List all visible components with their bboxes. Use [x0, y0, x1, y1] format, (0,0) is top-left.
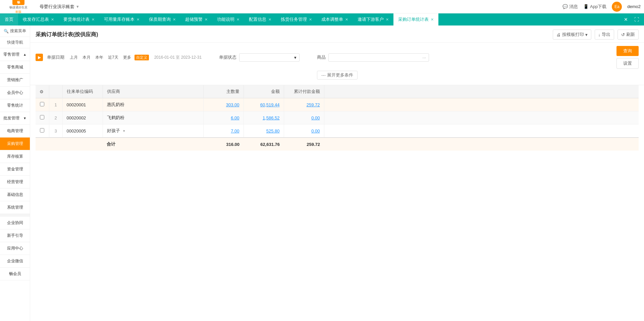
row2-paid[interactable]: 0.00 — [284, 111, 324, 124]
table-row: 1 00020001 惠氏奶粉 303.00 60,519.44 259.72 — [36, 98, 639, 111]
col-qty-header: 主数量 — [203, 85, 244, 98]
sidebar-item-retail-stats[interactable]: 零售统计 — [0, 99, 30, 112]
shortcut-this-year[interactable]: 本年 — [94, 54, 105, 61]
expand-conditions-btn[interactable]: ⋯ 展开更多条件 — [317, 71, 358, 79]
sidebar-item-marketing[interactable]: 营销推广 — [0, 74, 30, 87]
tab-cost[interactable]: 成本调整单 ✕ — [317, 13, 353, 25]
shortcut-this-month[interactable]: 本月 — [81, 54, 92, 61]
status-filter-group: 单据状态 ▾ — [219, 53, 300, 62]
sidebar-item-retail-mgmt[interactable]: 零售管理 ▲ — [0, 48, 30, 61]
sidebar-item-finance[interactable]: 资金管理 — [0, 163, 30, 176]
tab-picking[interactable]: 拣货任务管理 ✕ — [276, 13, 317, 25]
footer-check — [36, 138, 49, 151]
close-requisition-icon[interactable]: ✕ — [92, 17, 95, 22]
refresh-button[interactable]: ↺ 刷新 — [618, 30, 639, 40]
close-manual-icon[interactable]: ✕ — [236, 17, 239, 22]
shortcut-more[interactable]: 更多 — [122, 54, 132, 61]
app-download-btn[interactable]: 📱 App下载 — [583, 4, 606, 10]
sidebar-item-enterprise-wx[interactable]: 企业微信 — [0, 255, 30, 268]
tab-config[interactable]: 配置信息 ✕ — [244, 13, 276, 25]
close-invite-icon[interactable]: ✕ — [386, 17, 389, 22]
main-layout: 🔍 搜索英单 快捷导航 零售管理 ▲ 零售商城 营销推广 会员中心 零售统计 批… — [0, 25, 644, 321]
top-bar: 畅 畅捷通好生意 标版 母婴行业演示账套 ▾ 💬 消息 📱 App下载 Ea d… — [0, 0, 644, 13]
row1-check[interactable] — [36, 98, 49, 111]
tab-purchase-stat[interactable]: 采购订单统计表 ✕ — [393, 13, 438, 25]
goods-input[interactable]: ··· — [328, 53, 429, 62]
goods-filter-group: 商品 ··· — [317, 53, 429, 62]
goods-more-icon[interactable]: ··· — [422, 55, 426, 60]
row3-amount[interactable]: 525.80 — [244, 124, 284, 138]
close-config-icon[interactable]: ✕ — [268, 17, 271, 22]
sidebar-item-newbie[interactable]: 新手引导 — [0, 229, 30, 242]
query-button[interactable]: 查询 — [616, 46, 639, 56]
custom-date-badge[interactable]: 自定义 — [135, 55, 149, 60]
sidebar-item-members[interactable]: 会员中心 — [0, 87, 30, 99]
close-warranty-icon[interactable]: ✕ — [173, 17, 176, 22]
sidebar-item-operations[interactable]: 经营管理 — [0, 176, 30, 189]
close-cost-icon[interactable]: ✕ — [345, 17, 348, 22]
row1-amount[interactable]: 60,519.44 — [244, 98, 284, 111]
sidebar-item-membership[interactable]: 畅会员 — [0, 268, 30, 280]
supplier-dropdown-icon[interactable]: ▾ — [123, 129, 125, 133]
expand-icon: ⋯ — [321, 73, 326, 78]
filter-toggle-btn[interactable]: ▶ — [36, 54, 43, 61]
messages-btn[interactable]: 💬 消息 — [562, 4, 578, 10]
sidebar-item-ecommerce[interactable]: 电商管理 — [0, 125, 30, 138]
sidebar-item-purchase[interactable]: 采购管理 — [0, 138, 30, 150]
sidebar-item-retail-shop[interactable]: 零售商城 — [0, 61, 30, 74]
row2-amount[interactable]: 1,586.52 — [244, 111, 284, 124]
export-button[interactable]: ↓ 导出 — [595, 30, 614, 40]
row2-check[interactable] — [36, 111, 49, 124]
row3-qty[interactable]: 7.00 — [203, 124, 244, 138]
sidebar-item-wholesale[interactable]: 批发管理 ▼ — [0, 112, 30, 125]
tab-requisition[interactable]: 要货单统计表 ✕ — [59, 13, 99, 25]
col-extra-header — [324, 85, 639, 98]
user-avatar[interactable]: Ea — [612, 2, 622, 12]
row2-extra — [324, 111, 639, 124]
table-row: 3 00020005 好孩子 ▾ 7.00 525.80 0.00 — [36, 124, 639, 138]
tab-inventory[interactable]: 可用量库存账本 ✕ — [99, 13, 144, 25]
row3-extra — [324, 124, 639, 138]
sidebar-item-system[interactable]: 系统管理 — [0, 201, 30, 214]
logo-text: 畅捷通好生意 — [9, 5, 28, 10]
shortcut-7days[interactable]: 近7天 — [107, 54, 120, 61]
workspace-selector[interactable]: 母婴行业演示账套 ▾ — [37, 2, 82, 11]
sidebar-search[interactable]: 🔍 搜索英单 — [0, 25, 30, 37]
tab-manual[interactable]: 功能说明 ✕ — [212, 13, 244, 25]
maximize-icon[interactable]: ⛶ — [632, 15, 641, 24]
tab-invite[interactable]: 邀请下游客户 ✕ — [353, 13, 393, 25]
close-inventory-icon[interactable]: ✕ — [137, 17, 140, 22]
settings-button[interactable]: 设置 — [616, 58, 639, 69]
row3-check[interactable] — [36, 124, 49, 138]
sidebar-item-app-center[interactable]: 应用中心 — [0, 242, 30, 255]
close-collect-icon[interactable]: ✕ — [51, 17, 54, 22]
user-name[interactable]: demo2 — [627, 4, 641, 9]
shortcut-last-month[interactable]: 上月 — [68, 54, 79, 61]
sidebar-item-basic-info[interactable]: 基础信息 — [0, 189, 30, 201]
close-tab-icon[interactable]: ✕ — [621, 15, 631, 24]
table-row: 2 00020002 飞鹤奶粉 6.00 1,586.52 0.00 — [36, 111, 639, 124]
sidebar-item-inventory-check[interactable]: 库存核算 — [0, 150, 30, 163]
row3-checkbox[interactable] — [40, 128, 44, 132]
row1-checkbox[interactable] — [40, 102, 44, 106]
row2-qty[interactable]: 6.00 — [203, 111, 244, 124]
row3-paid[interactable]: 0.00 — [284, 124, 324, 138]
close-picking-icon[interactable]: ✕ — [309, 17, 312, 22]
tab-warranty[interactable]: 保质期查询 ✕ — [144, 13, 180, 25]
gear-icon[interactable]: ⚙ — [40, 89, 44, 94]
close-purchase-stat-icon[interactable]: ✕ — [431, 17, 434, 22]
row1-paid[interactable]: 259.72 — [284, 98, 324, 111]
tab-overstock[interactable]: 超储预警 ✕ — [180, 13, 212, 25]
row1-qty[interactable]: 303.00 — [203, 98, 244, 111]
tab-collect[interactable]: 收发存汇总表 ✕ — [18, 13, 59, 25]
status-select[interactable]: ▾ — [239, 53, 300, 62]
row2-checkbox[interactable] — [40, 115, 44, 119]
tab-home[interactable]: 首页 — [0, 13, 18, 25]
sidebar-item-enterprise[interactable]: 企业协同 — [0, 217, 30, 229]
date-shortcuts: 上月 本月 本年 近7天 更多 自定义 — [68, 54, 149, 61]
table-footer: 合计 316.00 62,631.76 259.72 — [36, 138, 639, 151]
logo-icon: 畅 — [12, 0, 24, 5]
print-button[interactable]: 🖨 按模板打印 ▾ — [553, 30, 591, 40]
sidebar-shortcut[interactable]: 快捷导航 — [0, 37, 30, 48]
close-overstock-icon[interactable]: ✕ — [205, 17, 208, 22]
